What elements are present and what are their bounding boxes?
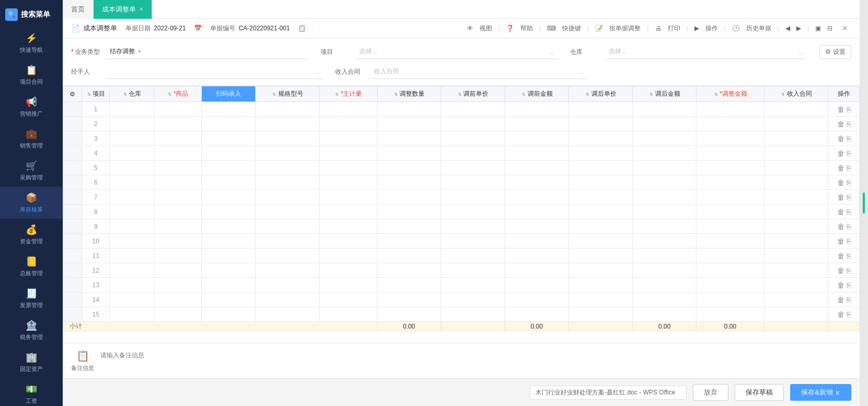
delete-icon-11[interactable]: 🗑 bbox=[837, 252, 844, 260]
row-after-amount-3[interactable] bbox=[633, 131, 696, 146]
sidebar-item-purchase-mgmt[interactable]: 🛒 采购管理 bbox=[0, 155, 63, 187]
row-goods-13[interactable] bbox=[154, 278, 202, 292]
row-after-amount-10[interactable] bbox=[633, 234, 696, 249]
layout-btn-1[interactable]: ▣ bbox=[815, 25, 821, 32]
row-warehouse-6[interactable] bbox=[110, 175, 154, 190]
row-after-unit-price-8[interactable] bbox=[568, 205, 632, 219]
save-draft-button[interactable]: 保存草稿 bbox=[735, 384, 784, 401]
row-unit-12[interactable] bbox=[319, 263, 377, 278]
row-before-amount-4[interactable] bbox=[505, 146, 568, 161]
row-spec-12[interactable] bbox=[255, 263, 319, 278]
copy-icon-13[interactable]: ⎘ bbox=[847, 281, 851, 289]
row-spec-8[interactable] bbox=[255, 205, 319, 219]
row-adj-amount-6[interactable] bbox=[696, 175, 764, 190]
row-income-contract-14[interactable] bbox=[764, 292, 828, 307]
page-close-btn[interactable]: ✕ bbox=[839, 23, 851, 33]
row-goods-14[interactable] bbox=[154, 292, 202, 307]
row-adj-qty-5[interactable] bbox=[377, 161, 441, 175]
row-income-contract-4[interactable] bbox=[764, 146, 828, 161]
row-adj-qty-3[interactable] bbox=[377, 131, 441, 146]
copy-icon-8[interactable]: ⎘ bbox=[847, 208, 851, 216]
row-unit-5[interactable] bbox=[319, 161, 377, 175]
row-scan-12[interactable] bbox=[202, 263, 256, 278]
row-adj-amount-7[interactable] bbox=[696, 190, 764, 205]
row-goods-2[interactable] bbox=[154, 117, 202, 131]
copy-icon-9[interactable]: ⎘ bbox=[847, 222, 851, 231]
row-warehouse-12[interactable] bbox=[110, 263, 154, 278]
sidebar-item-sales-promo[interactable]: 📢 营销推广 bbox=[0, 91, 63, 123]
row-unit-3[interactable] bbox=[319, 131, 377, 146]
row-goods-7[interactable] bbox=[154, 190, 202, 205]
row-adj-qty-14[interactable] bbox=[377, 292, 441, 307]
row-unit-6[interactable] bbox=[319, 175, 377, 190]
sidebar-logo[interactable]: 🔍 搜索菜单 bbox=[0, 4, 63, 27]
row-goods-15[interactable] bbox=[154, 307, 202, 322]
row-scan-8[interactable] bbox=[202, 205, 256, 219]
row-before-unit-price-14[interactable] bbox=[441, 292, 505, 307]
row-warehouse-15[interactable] bbox=[110, 307, 154, 322]
row-before-amount-3[interactable] bbox=[505, 131, 568, 146]
row-scan-15[interactable] bbox=[202, 307, 256, 322]
sidebar-item-quick-nav[interactable]: ⚡ 快速导航 bbox=[0, 27, 63, 59]
row-scan-10[interactable] bbox=[202, 234, 256, 249]
row-after-amount-15[interactable] bbox=[633, 307, 696, 322]
row-adj-qty-11[interactable] bbox=[377, 249, 441, 263]
tab-close-icon[interactable]: ✕ bbox=[139, 6, 143, 12]
row-spec-5[interactable] bbox=[255, 161, 319, 175]
copy-icon-14[interactable]: ⎘ bbox=[847, 296, 851, 304]
help-btn[interactable]: 帮助 bbox=[520, 24, 533, 33]
delete-icon-10[interactable]: 🗑 bbox=[837, 237, 844, 245]
row-goods-6[interactable] bbox=[154, 175, 202, 190]
row-after-unit-price-1[interactable] bbox=[568, 102, 632, 117]
row-adj-qty-7[interactable] bbox=[377, 190, 441, 205]
row-unit-11[interactable] bbox=[319, 249, 377, 263]
tab-cost-adjust[interactable]: 成本调整单 ✕ bbox=[94, 0, 152, 19]
copy-icon-12[interactable]: ⎘ bbox=[847, 266, 851, 275]
row-scan-9[interactable] bbox=[202, 219, 256, 234]
row-before-amount-10[interactable] bbox=[505, 234, 568, 249]
copy-icon-6[interactable]: ⎘ bbox=[847, 178, 851, 187]
row-before-unit-price-2[interactable] bbox=[441, 117, 505, 131]
row-before-unit-price-13[interactable] bbox=[441, 278, 505, 292]
col-header-scan[interactable]: 扫码录入 bbox=[202, 86, 256, 102]
copy-icon-5[interactable]: ⎘ bbox=[847, 164, 851, 172]
row-adj-qty-10[interactable] bbox=[377, 234, 441, 249]
row-after-unit-price-13[interactable] bbox=[568, 278, 632, 292]
row-scan-3[interactable] bbox=[202, 131, 256, 146]
row-unit-15[interactable] bbox=[319, 307, 377, 322]
sidebar-item-capital-mgmt[interactable]: 💰 资金管理 bbox=[0, 219, 63, 251]
row-goods-10[interactable] bbox=[154, 234, 202, 249]
row-adj-amount-11[interactable] bbox=[696, 249, 764, 263]
row-warehouse-11[interactable] bbox=[110, 249, 154, 263]
row-spec-13[interactable] bbox=[255, 278, 319, 292]
row-before-unit-price-4[interactable] bbox=[441, 146, 505, 161]
delete-icon-13[interactable]: 🗑 bbox=[837, 281, 844, 289]
row-income-contract-6[interactable] bbox=[764, 175, 828, 190]
row-before-amount-1[interactable] bbox=[505, 102, 568, 117]
row-income-contract-3[interactable] bbox=[764, 131, 828, 146]
row-scan-6[interactable] bbox=[202, 175, 256, 190]
row-after-amount-9[interactable] bbox=[633, 219, 696, 234]
row-income-contract-12[interactable] bbox=[764, 263, 828, 278]
delete-icon-6[interactable]: 🗑 bbox=[837, 178, 844, 187]
row-goods-9[interactable] bbox=[154, 219, 202, 234]
row-after-amount-11[interactable] bbox=[633, 249, 696, 263]
row-adj-qty-9[interactable] bbox=[377, 219, 441, 234]
row-scan-5[interactable] bbox=[202, 161, 256, 175]
row-scan-14[interactable] bbox=[202, 292, 256, 307]
row-after-unit-price-11[interactable] bbox=[568, 249, 632, 263]
row-after-unit-price-4[interactable] bbox=[568, 146, 632, 161]
row-after-unit-price-5[interactable] bbox=[568, 161, 632, 175]
operate-btn[interactable]: 操作 bbox=[705, 24, 718, 33]
row-warehouse-8[interactable] bbox=[110, 205, 154, 219]
row-unit-7[interactable] bbox=[319, 190, 377, 205]
delete-icon-12[interactable]: 🗑 bbox=[837, 266, 844, 275]
row-adj-amount-5[interactable] bbox=[696, 161, 764, 175]
row-warehouse-5[interactable] bbox=[110, 161, 154, 175]
row-after-unit-price-7[interactable] bbox=[568, 190, 632, 205]
row-unit-10[interactable] bbox=[319, 234, 377, 249]
row-spec-7[interactable] bbox=[255, 190, 319, 205]
row-income-contract-5[interactable] bbox=[764, 161, 828, 175]
row-adj-qty-2[interactable] bbox=[377, 117, 441, 131]
row-scan-1[interactable] bbox=[202, 102, 256, 117]
